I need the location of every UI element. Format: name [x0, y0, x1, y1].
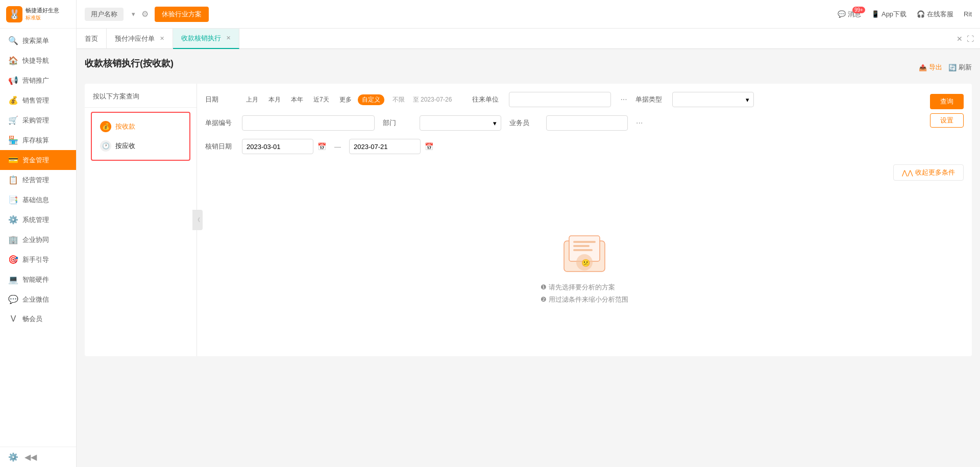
sidebar-item-basic[interactable]: 📑 基础信息: [0, 190, 76, 210]
date-to-txt: 至 2023-07-26: [413, 95, 452, 104]
verify-date-to-input[interactable]: [349, 139, 421, 154]
date-tabs: 上月 本月 本年 近7天 更多 自定义: [242, 94, 384, 105]
sidebar-item-system[interactable]: ⚙️ 系统管理: [0, 210, 76, 230]
filter-option-by-receipt[interactable]: 💰 按收款: [92, 117, 189, 136]
partner-input[interactable]: [509, 92, 611, 107]
tab-close-icon[interactable]: ✕: [957, 35, 963, 43]
sidebar-item-guide[interactable]: 🎯 新手引导: [0, 250, 76, 269]
msg-icon: 💬: [838, 10, 846, 18]
settings-bottom-icon[interactable]: ⚙️: [8, 452, 18, 462]
receipt-option-label: 按收款: [115, 122, 135, 131]
collapse-more-btn[interactable]: ⋀⋀ 收起更多条件: [893, 164, 964, 181]
doc-type-select[interactable]: ▾: [672, 92, 754, 107]
date-tab-this-year[interactable]: 本年: [287, 94, 307, 105]
staff-input[interactable]: [546, 115, 628, 131]
topbar-app[interactable]: 📱 App下载: [871, 10, 906, 19]
date-tab-7days[interactable]: 近7天: [309, 94, 333, 105]
sidebar-item-inventory[interactable]: 🏪 库存核算: [0, 130, 76, 150]
verify-date-to-cal-icon[interactable]: 📅: [425, 142, 433, 151]
logo-text: 畅捷通好生意: [26, 7, 59, 14]
svg-rect-3: [573, 245, 590, 247]
mgmt-icon: 📋: [8, 175, 18, 185]
prepay-tab-close[interactable]: ✕: [160, 35, 164, 42]
date-label: 日期: [205, 95, 234, 104]
sidebar-item-corp[interactable]: 🏢 企业协同: [0, 230, 76, 250]
dept-chevron-icon: ▾: [493, 119, 497, 127]
date-tab-custom[interactable]: 自定义: [358, 94, 384, 105]
sidebar-collapse-btn[interactable]: ◀◀: [24, 452, 37, 462]
prepay-tab-label: 预付冲应付单: [115, 34, 155, 43]
doc-no-label: 单据编号: [205, 118, 234, 128]
sidebar-item-quicknav[interactable]: 🏠 快捷导航: [0, 51, 76, 70]
sidebar-item-purchase[interactable]: 🛒 采购管理: [0, 110, 76, 130]
refresh-btn[interactable]: 🔄 刷新: [948, 63, 972, 72]
tab-home[interactable]: 首页: [77, 29, 107, 49]
service-icon: 🎧: [917, 10, 925, 18]
sidebar-item-search[interactable]: 🔍 搜索菜单: [0, 31, 76, 51]
partner-label: 往来单位: [472, 95, 501, 104]
settings-btn[interactable]: 设置: [930, 113, 964, 128]
main-area: 用户名称 ▾ ⚙ 休验行业方案 💬 消息 99+ 📱 App下载 🎧 在线客服 …: [77, 0, 980, 467]
topbar-right: 💬 消息 99+ 📱 App下载 🎧 在线客服 Rit: [838, 10, 972, 19]
date-tab-this-month[interactable]: 本月: [264, 94, 285, 105]
verify-date-from-cal-icon[interactable]: 📅: [317, 142, 326, 151]
sidebar-item-mgmt[interactable]: 📋 经营管理: [0, 170, 76, 190]
date-tab-more[interactable]: 更多: [335, 94, 356, 105]
receivable-option-icon: 🕐: [100, 140, 111, 152]
system-icon: ⚙️: [8, 215, 18, 225]
staff-dots-icon[interactable]: ···: [636, 118, 643, 128]
tab-expand-icon[interactable]: ⛶: [967, 35, 974, 43]
content-area: 按以下方案查询 💰 按收款 🕐 按应收 《: [85, 84, 972, 356]
sidebar-item-marketing[interactable]: 📢 营销推广: [0, 70, 76, 90]
page-title: 收款核销执行(按收款): [85, 57, 174, 69]
sidebar-logo: 🐰 畅捷通好生意 标准版: [0, 0, 76, 29]
topbar-gear-icon[interactable]: ⚙: [141, 9, 149, 19]
sidebar: 🐰 畅捷通好生意 标准版 🔍 搜索菜单 🏠 快捷导航 📢 营销推广 💰 销售管理…: [0, 0, 77, 467]
sidebar-item-finance[interactable]: 💳 资金管理: [0, 150, 76, 170]
topbar-msg[interactable]: 💬 消息 99+: [838, 10, 861, 19]
empty-state: 😕 ❶ 请先选择要分析的方案 ❷ 用过滤条件来缩小分析范围: [205, 185, 964, 348]
receipt-tab-close[interactable]: ✕: [226, 35, 231, 41]
search-icon: 🔍: [8, 36, 18, 45]
panel-collapse-btn[interactable]: 《: [192, 210, 203, 230]
query-btn[interactable]: 查询: [930, 94, 964, 109]
doc-type-chevron-icon: ▾: [746, 96, 749, 104]
sidebar-item-sales[interactable]: 💰 销售管理: [0, 90, 76, 110]
industry-btn[interactable]: 休验行业方案: [155, 7, 209, 22]
topbar-dropdown-icon[interactable]: ▾: [132, 10, 135, 18]
sidebar-item-wechat[interactable]: 💬 企业微信: [0, 289, 76, 309]
sidebar-item-hardware[interactable]: 💻 智能硬件: [0, 269, 76, 289]
sidebar-item-member[interactable]: V 畅会员: [0, 309, 76, 329]
purchase-icon: 🛒: [8, 115, 18, 125]
topbar-service[interactable]: 🎧 在线客服: [917, 10, 953, 19]
date-tab-last-month[interactable]: 上月: [242, 94, 262, 105]
member-icon: V: [8, 314, 18, 324]
dept-select[interactable]: ▾: [420, 115, 501, 131]
svg-rect-2: [573, 241, 596, 243]
refresh-icon: 🔄: [948, 64, 957, 71]
topbar-user[interactable]: 用户名称: [85, 8, 124, 21]
tabbar: 首页 预付冲应付单 ✕ 收款核销执行 ✕ ✕ ⛶: [77, 29, 980, 49]
collapse-label: 收起更多条件: [915, 168, 955, 177]
partner-dots-icon[interactable]: ···: [620, 95, 627, 104]
filter-panel: 按以下方案查询 💰 按收款 🕐 按应收 《: [85, 84, 197, 356]
export-btn[interactable]: 📤 导出: [919, 63, 942, 72]
topbar-username: Rit: [964, 10, 972, 18]
sidebar-menu: 🔍 搜索菜单 🏠 快捷导航 📢 营销推广 💰 销售管理 🛒 采购管理 🏪 库存核…: [0, 29, 76, 447]
staff-label: 业务员: [509, 118, 538, 128]
home-icon: 🏠: [8, 56, 18, 65]
filter-option-by-receivable[interactable]: 🕐 按应收: [92, 136, 189, 156]
topbar: 用户名称 ▾ ⚙ 休验行业方案 💬 消息 99+ 📱 App下载 🎧 在线客服 …: [77, 0, 980, 29]
empty-hint: ❶ 请先选择要分析的方案 ❷ 用过滤条件来缩小分析范围: [541, 283, 628, 307]
empty-hint-1: ❶ 请先选择要分析的方案: [541, 283, 628, 292]
tab-prepay[interactable]: 预付冲应付单 ✕: [107, 29, 173, 49]
verify-date-from-input[interactable]: [242, 139, 313, 154]
filter-title: 按以下方案查询: [85, 92, 197, 108]
basic-icon: 📑: [8, 195, 18, 205]
receipt-option-icon: 💰: [100, 121, 111, 132]
hardware-icon: 💻: [8, 275, 18, 284]
collapse-icon: ⋀⋀: [902, 169, 913, 177]
doc-no-input[interactable]: [242, 115, 375, 131]
tab-receipt[interactable]: 收款核销执行 ✕: [173, 29, 239, 49]
svg-rect-4: [573, 249, 593, 251]
